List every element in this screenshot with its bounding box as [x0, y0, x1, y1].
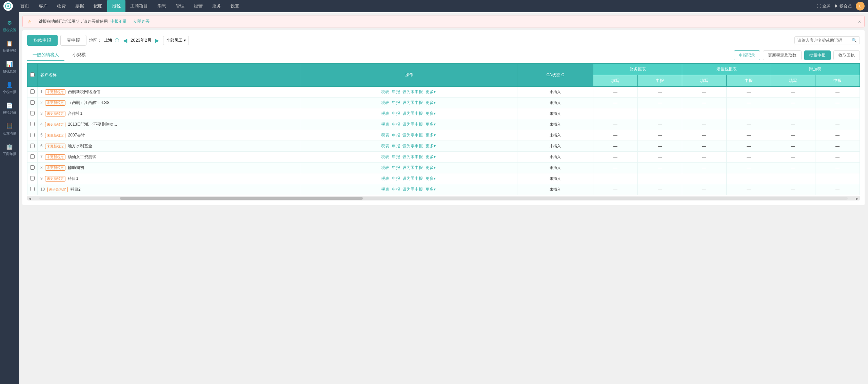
op-declare-7[interactable]: 申报 [392, 165, 400, 170]
collect-receipt-btn[interactable]: 收取回执 [833, 50, 860, 60]
op-more-1[interactable]: 更多▾ [426, 100, 436, 105]
info-icon[interactable]: ⓘ [115, 38, 119, 43]
search-input[interactable] [797, 38, 852, 43]
op-zero-declare-5[interactable]: 设为零申报 [402, 144, 423, 148]
notice-link1[interactable]: 申报汇量 [111, 19, 127, 24]
next-month-btn[interactable]: ▶ [154, 37, 160, 44]
tab-tax-declaration[interactable]: 税款申报 [27, 35, 58, 46]
op-tax-form-9[interactable]: 税表 [381, 187, 389, 192]
nav-accounting[interactable]: 记账 [89, 0, 107, 12]
op-tax-form-8[interactable]: 税表 [381, 176, 389, 181]
sidebar-item-business-annual[interactable]: 🏢 工商年报 [0, 139, 19, 159]
row-checkbox-7[interactable] [30, 165, 35, 170]
sidebar-item-batch-tax[interactable]: 📋 批量报税 [0, 36, 19, 56]
prev-month-btn[interactable]: ◀ [122, 37, 129, 44]
cell-ca-5: 未插入 [517, 141, 593, 152]
nav-billing[interactable]: 收费 [52, 0, 71, 12]
op-more-3[interactable]: 更多▾ [426, 122, 436, 127]
scroll-left-arrow[interactable]: ◀ [27, 197, 33, 200]
sidebar-item-tax-records[interactable]: 📄 报税记录 [0, 98, 19, 118]
op-zero-declare-1[interactable]: 设为零申报 [402, 100, 423, 105]
row-checkbox-6[interactable] [30, 154, 35, 159]
nav-service[interactable]: 服务 [208, 0, 226, 12]
op-tax-form-7[interactable]: 税表 [381, 165, 389, 170]
op-tax-form-3[interactable]: 税表 [381, 122, 389, 127]
tab-small-scale[interactable]: 小规模 [67, 50, 91, 61]
update-tax-btn[interactable]: 更新税定及取数 [763, 50, 802, 60]
notice-close-btn[interactable]: × [858, 19, 861, 24]
nav-business[interactable]: 工商项目 [125, 0, 153, 12]
notice-link2[interactable]: 立即购买 [133, 19, 150, 24]
op-zero-declare-2[interactable]: 设为零申报 [402, 111, 423, 116]
tab-zero-declaration[interactable]: 零申报 [60, 35, 86, 46]
op-more-7[interactable]: 更多▾ [426, 165, 436, 170]
row-checkbox-3[interactable] [30, 122, 35, 126]
op-declare-0[interactable]: 申报 [392, 89, 400, 94]
op-more-4[interactable]: 更多▾ [426, 133, 436, 137]
op-declare-5[interactable]: 申报 [392, 144, 400, 148]
nav-settings[interactable]: 设置 [226, 0, 244, 12]
scroll-right-arrow[interactable]: ▶ [854, 197, 860, 200]
op-zero-declare-9[interactable]: 设为零申报 [402, 187, 423, 192]
nav-invoice[interactable]: 票据 [71, 0, 89, 12]
op-declare-4[interactable]: 申报 [392, 133, 400, 137]
row-checkbox-0[interactable] [30, 89, 35, 94]
op-declare-6[interactable]: 申报 [392, 154, 400, 159]
nav-manage[interactable]: 管理 [171, 0, 189, 12]
sidebar-item-tax-settings[interactable]: ⚙ 报税设置 [0, 15, 19, 36]
cell-add-report-3: — [815, 119, 860, 130]
declaration-records-btn[interactable]: 申报记录 [734, 50, 760, 60]
op-tax-form-5[interactable]: 税表 [381, 144, 389, 148]
op-more-2[interactable]: 更多▾ [426, 111, 436, 116]
op-tax-form-0[interactable]: 税表 [381, 89, 389, 94]
nav-operation[interactable]: 经营 [189, 0, 208, 12]
select-all-checkbox[interactable] [30, 72, 35, 77]
upgrade-btn[interactable]: ▶ 畅会员 [834, 3, 852, 9]
row-checkbox-4[interactable] [30, 133, 35, 137]
nav-message[interactable]: 消息 [153, 0, 171, 12]
row-checkbox-8[interactable] [30, 176, 35, 180]
row-checkbox-1[interactable] [30, 100, 35, 105]
nav-tax[interactable]: 报税 [107, 0, 125, 12]
op-more-6[interactable]: 更多▾ [426, 154, 436, 159]
col-ca-status: CA状态 C [517, 64, 593, 87]
user-avatar[interactable]: U [856, 2, 865, 10]
row-checkbox-9[interactable] [30, 187, 35, 191]
sidebar-item-personal-tax[interactable]: 👤 个税申报 [0, 77, 19, 98]
row-checkbox-2[interactable] [30, 111, 35, 115]
horizontal-scrollbar[interactable]: ◀ ▶ [27, 196, 860, 200]
fullscreen-btn[interactable]: ⛶ 全屏 [817, 3, 830, 9]
op-more-5[interactable]: 更多▾ [426, 144, 436, 148]
nav-customer[interactable]: 客户 [34, 0, 52, 12]
row-checkbox-5[interactable] [30, 144, 35, 148]
op-zero-declare-8[interactable]: 设为零申报 [402, 176, 423, 181]
op-declare-8[interactable]: 申报 [392, 176, 400, 181]
op-tax-form-1[interactable]: 税表 [381, 100, 389, 105]
op-zero-declare-6[interactable]: 设为零申报 [402, 154, 423, 159]
op-zero-declare-7[interactable]: 设为零申报 [402, 165, 423, 170]
op-more-0[interactable]: 更多▾ [426, 89, 436, 94]
op-zero-declare-3[interactable]: 设为零申报 [402, 122, 423, 127]
op-zero-declare-0[interactable]: 设为零申报 [402, 89, 423, 94]
op-zero-declare-4[interactable]: 设为零申报 [402, 133, 423, 137]
op-tax-form-4[interactable]: 税表 [381, 133, 389, 137]
op-declare-9[interactable]: 申报 [392, 187, 400, 192]
op-declare-3[interactable]: 申报 [392, 122, 400, 127]
search-icon[interactable]: 🔍 [852, 38, 857, 43]
sidebar-item-settlement[interactable]: 🧮 汇算清缴 [0, 118, 19, 139]
employee-text: 全部员工 [166, 38, 182, 43]
tab-general-taxpayer[interactable]: 一般的纳税人 [27, 50, 64, 61]
op-tax-form-2[interactable]: 税表 [381, 111, 389, 116]
cell-ca-0: 未插入 [517, 87, 593, 98]
app-logo [3, 1, 13, 11]
op-more-9[interactable]: 更多▾ [426, 187, 436, 192]
op-tax-form-6[interactable]: 税表 [381, 154, 389, 159]
op-declare-1[interactable]: 申报 [392, 100, 400, 105]
batch-declare-btn[interactable]: 批量申报 [804, 50, 831, 60]
op-declare-2[interactable]: 申报 [392, 111, 400, 116]
op-more-8[interactable]: 更多▾ [426, 176, 436, 181]
sidebar-item-tax-overview[interactable]: 📊 报税总览 [0, 56, 19, 77]
nav-home[interactable]: 首页 [16, 0, 34, 12]
employee-select[interactable]: 全部员工 ▾ [163, 36, 189, 45]
scroll-thumb[interactable] [120, 197, 362, 200]
